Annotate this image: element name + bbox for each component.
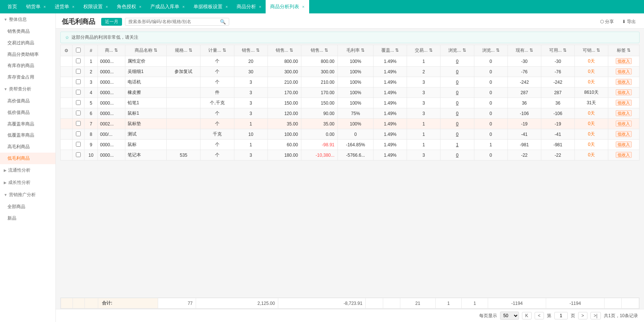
row-checkbox[interactable] — [73, 56, 84, 67]
nav-product-analysis-list[interactable]: 商品分析列表 × — [266, 0, 309, 13]
row-settings[interactable] — [61, 150, 73, 160]
search-box[interactable]: 🔍 — [125, 18, 229, 26]
sidebar-group-growth[interactable]: ▶ 成长性分析 — [0, 176, 55, 189]
row-checkbox[interactable] — [73, 77, 84, 87]
sidebar-item-sales-goods[interactable]: 销售类商品 — [0, 26, 55, 37]
row-browse1[interactable]: 0 — [440, 67, 474, 77]
sidebar-item-stock-fund[interactable]: 库存资金占用 — [0, 71, 55, 83]
nav-sales-order[interactable]: 销货单 × — [22, 0, 50, 13]
row-settings[interactable] — [61, 77, 73, 87]
sidebar-group-marketing[interactable]: ▼ 营销推广分析 — [0, 189, 55, 201]
col-settings[interactable]: ⚙ — [61, 45, 73, 56]
close-icon[interactable]: × — [72, 4, 74, 9]
row-browse1[interactable]: 0 — [440, 129, 474, 140]
row-checkbox[interactable] — [73, 129, 84, 140]
last-page-button[interactable]: >| — [590, 312, 601, 319]
close-icon[interactable]: × — [225, 4, 228, 9]
sidebar-item-stocked-goods[interactable]: 有库存的商品 — [0, 60, 55, 71]
row-select-checkbox[interactable] — [76, 111, 81, 115]
row-select-checkbox[interactable] — [76, 90, 81, 95]
nav-role-auth[interactable]: 角色授权 × — [112, 0, 146, 13]
sidebar-group-class-analysis[interactable]: ▼ 类帮查分析 — [0, 83, 55, 95]
first-page-button[interactable]: K — [522, 312, 532, 319]
row-settings[interactable] — [61, 140, 73, 150]
close-icon[interactable]: × — [139, 4, 141, 9]
row-browse1[interactable]: 0 — [440, 119, 474, 129]
close-icon[interactable]: × — [106, 4, 108, 9]
page-number-input[interactable] — [554, 312, 568, 319]
nav-purchase-order[interactable]: 进货单 × — [50, 0, 79, 13]
col-check[interactable] — [73, 45, 84, 56]
sidebar-item-high-coverage[interactable]: 高覆盖率商品 — [0, 118, 55, 130]
export-button[interactable]: ⬇ 导出 — [620, 18, 638, 26]
row-checkbox[interactable] — [73, 150, 84, 160]
browse1-link[interactable]: 0 — [456, 59, 459, 64]
row-select-checkbox[interactable] — [76, 142, 81, 147]
time-filter-button[interactable]: 近一月 — [101, 18, 122, 26]
row-select-checkbox[interactable] — [76, 79, 81, 84]
sidebar-item-high-profit[interactable]: 高毛利商品 — [0, 141, 55, 153]
row-browse1[interactable]: 0 — [440, 98, 474, 108]
row-checkbox[interactable] — [73, 108, 84, 119]
sidebar-item-new-goods[interactable]: 新品 — [0, 213, 55, 224]
sidebar-group-circulation[interactable]: ▶ 流通性分析 — [0, 164, 55, 176]
sidebar-item-low-coverage[interactable]: 低覆盖率商品 — [0, 130, 55, 141]
row-select-checkbox[interactable] — [76, 69, 81, 74]
browse1-link[interactable]: 1 — [456, 142, 459, 147]
col-tag[interactable]: 标签 ⇅ — [608, 45, 640, 56]
col-unit[interactable]: 计量... ⇅ — [201, 45, 234, 56]
row-settings[interactable] — [61, 129, 73, 140]
row-browse1[interactable]: 0 — [440, 56, 474, 67]
browse1-link[interactable]: 0 — [456, 69, 459, 74]
row-select-checkbox[interactable] — [76, 152, 81, 157]
nav-product-analysis[interactable]: 商品分析 × — [232, 0, 266, 13]
row-browse1[interactable]: 0 — [440, 77, 474, 87]
nav-product-inbound[interactable]: 产成品入库单 × — [146, 0, 189, 13]
browse1-link[interactable]: 0 — [456, 80, 459, 85]
row-browse1[interactable]: 0 — [440, 87, 474, 98]
browse1-link[interactable]: 0 — [456, 90, 459, 95]
col-spec[interactable]: 规格... ⇅ — [167, 45, 201, 56]
col-browse1[interactable]: 浏览... ⇅ — [440, 45, 474, 56]
row-browse1[interactable]: 0 — [440, 108, 474, 119]
col-sale-qty[interactable]: 销售... ⇅ — [234, 45, 267, 56]
row-checkbox[interactable] — [73, 119, 84, 129]
col-cover-rate[interactable]: 覆盖... ⇅ — [374, 45, 407, 56]
row-select-checkbox[interactable] — [76, 58, 81, 63]
nav-home[interactable]: 首页 — [3, 0, 22, 13]
col-available[interactable]: 可用... ⇅ — [541, 45, 574, 56]
row-checkbox[interactable] — [73, 140, 84, 150]
table-container[interactable]: ⚙ # 商... ⇅ 商品名称 ⇅ 规格... ⇅ 计量... ⇅ 销售... … — [60, 45, 640, 297]
sidebar-item-all-goods[interactable]: 全部商品 — [0, 201, 55, 213]
row-browse1[interactable]: 0 — [440, 150, 474, 160]
row-settings[interactable] — [61, 87, 73, 98]
browse1-link[interactable]: 0 — [456, 132, 459, 137]
row-settings[interactable] — [61, 119, 73, 129]
select-all-checkbox[interactable] — [76, 48, 81, 52]
sidebar-group-overall[interactable]: ▼ 整体信息 — [0, 13, 55, 26]
row-select-checkbox[interactable] — [76, 131, 81, 136]
browse1-link[interactable]: 0 — [456, 153, 459, 158]
close-icon[interactable]: × — [259, 4, 261, 9]
row-settings[interactable] — [61, 67, 73, 77]
browse1-link[interactable]: 0 — [456, 111, 459, 116]
col-current-stock[interactable]: 现有... ⇅ — [507, 45, 541, 56]
close-icon[interactable]: × — [182, 4, 185, 9]
sidebar-item-low-value[interactable]: 低价值商品 — [0, 107, 55, 118]
row-checkbox[interactable] — [73, 87, 84, 98]
row-select-checkbox[interactable] — [76, 121, 81, 126]
col-saleable[interactable]: 可销... ⇅ — [575, 45, 608, 56]
nav-permission[interactable]: 权限设置 × — [79, 0, 112, 13]
browse1-link[interactable]: 0 — [456, 121, 459, 127]
share-button[interactable]: ⬡ 分享 — [598, 18, 616, 26]
row-browse1[interactable]: 1 — [440, 140, 474, 150]
col-sale-amount[interactable]: 销售... ⇅ — [301, 45, 337, 56]
row-checkbox[interactable] — [73, 98, 84, 108]
next-page-button[interactable]: > — [578, 312, 587, 319]
col-code[interactable]: 商... ⇅ — [98, 45, 125, 56]
search-icon[interactable]: 🔍 — [220, 19, 226, 25]
col-name[interactable]: 商品名称 ⇅ — [125, 45, 167, 56]
prev-page-button[interactable]: < — [535, 312, 544, 319]
col-sale-price[interactable]: 销售... ⇅ — [267, 45, 301, 56]
nav-template-settings[interactable]: 单据模板设置 × — [189, 0, 232, 13]
